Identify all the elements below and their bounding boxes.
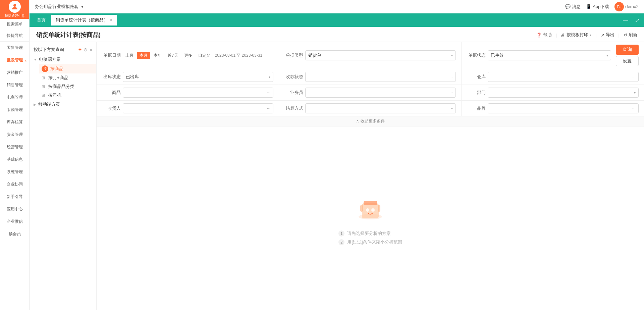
sidebar-item-finance[interactable]: 资金管理 xyxy=(0,128,29,141)
query-buttons: 查询 设置 xyxy=(616,45,639,66)
sidebar-item-retail[interactable]: 零售管理 xyxy=(0,42,29,54)
print-icon: 🖨 xyxy=(561,33,565,38)
date-label: 单据日期 xyxy=(102,52,121,58)
docstatus-select[interactable]: 已生效 ▾ xyxy=(488,50,611,60)
svg-point-5 xyxy=(371,208,375,212)
recipient-dots: ··· xyxy=(267,106,270,111)
date-btn-7days[interactable]: 近7天 xyxy=(165,52,181,59)
filter-recipient-cell: 收货人 ··· xyxy=(97,101,279,116)
tab-current-label: 销货单统计计表（按商品） xyxy=(56,17,108,23)
doctype-select[interactable]: 销货单 ▾ xyxy=(305,50,456,60)
help-btn[interactable]: ❓ 帮助 xyxy=(536,32,552,38)
empty-tip-1: 1 请先选择要分析的方案 xyxy=(338,230,402,237)
tab-home[interactable]: 首页 xyxy=(32,15,50,25)
logo-icon xyxy=(9,1,21,13)
stockstatus-select[interactable]: 已出库 ▾ xyxy=(123,72,273,82)
header-user[interactable]: Ea demo2 xyxy=(614,2,639,11)
right-area: 单据日期 上月 本月 本年 近7天 更多 自定义 2023-03-01 至 20… xyxy=(97,42,644,310)
doctype-label: 单据类型 xyxy=(284,52,303,58)
svg-point-4 xyxy=(366,208,369,212)
sidebar-item-wholesale[interactable]: 批发管理 xyxy=(0,54,29,66)
tree-item-by-goods[interactable]: 按 按商品 xyxy=(39,64,96,73)
tab-current[interactable]: 销货单统计计表（按商品） × xyxy=(51,15,117,25)
brand-label: 品牌 xyxy=(467,105,486,111)
settlement-select[interactable]: ▾ xyxy=(305,103,456,113)
breadcrumb: 办公用品行业模拟账套 ▾ xyxy=(35,4,84,10)
solution-panel-header: 按以下方案查询 + ⊙ « xyxy=(30,45,96,55)
tree-group-mobile[interactable]: ▶ 移动端方案 xyxy=(30,100,96,109)
tree-item-month-goods[interactable]: ⊞ 按月+商品 xyxy=(39,73,96,82)
message-icon: 💬 xyxy=(565,4,571,9)
expand-icon-mobile: ▶ xyxy=(34,103,36,106)
warehouse-input[interactable]: ··· xyxy=(488,72,639,82)
tree-group-pc[interactable]: ▼ 电脑端方案 xyxy=(30,55,96,64)
date-btn-lastmonth[interactable]: 上月 xyxy=(123,52,136,59)
page-content: 销货单统计计表(按商品) ❓ 帮助 | 🖨 按模板打印 ▾ | ↗ 导出 | xyxy=(30,27,644,310)
salesman-dots: ··· xyxy=(449,90,453,95)
brand-dots: ··· xyxy=(632,106,636,111)
goods-input[interactable]: ··· xyxy=(123,88,273,98)
date-btn-custom[interactable]: 自定义 xyxy=(196,52,213,59)
edit-solution-btn[interactable]: ⊙ xyxy=(84,47,88,52)
header-right: 💬 消息 📱 App下载 Ea demo2 xyxy=(565,2,639,11)
expand-icon: ▼ xyxy=(34,58,37,61)
sidebar-item-guide[interactable]: 新手引导 xyxy=(0,191,29,203)
tree-item-label-2: 按月+商品 xyxy=(48,75,68,81)
tip-2-text: 用[过滤]条件来缩小分析范围 xyxy=(347,239,402,245)
tab-maximize-btn[interactable]: ⤢ xyxy=(633,16,641,24)
print-label: 按模板打印 xyxy=(567,32,588,38)
export-btn[interactable]: ↗ 导出 xyxy=(601,32,614,38)
tab-minimize-btn[interactable]: — xyxy=(621,16,630,24)
settings-button[interactable]: 设置 xyxy=(616,56,639,66)
filter-brand-cell: 品牌 ··· xyxy=(462,101,644,116)
sidebar-item-wechat[interactable]: 企业微信 xyxy=(0,215,29,228)
collapse-panel-btn[interactable]: « xyxy=(90,47,92,52)
export-icon: ↗ xyxy=(601,33,604,38)
tree-group-mobile-label: 移动端方案 xyxy=(38,101,60,107)
sidebar-item-collab[interactable]: 企业协同 xyxy=(0,178,29,191)
sidebar: 畅捷通好生意 搜索菜单 快捷导航 零售管理 批发管理 营销推广 销售管理 电商管… xyxy=(0,0,30,310)
sidebar-item-system[interactable]: 系统管理 xyxy=(0,166,29,178)
sidebar-item-member[interactable]: 畅会员 xyxy=(0,228,29,240)
docstatus-label: 单据状态 xyxy=(467,52,486,58)
brand-input[interactable]: ··· xyxy=(488,103,639,113)
grid-icon-2: ⊞ xyxy=(42,84,45,89)
dept-select[interactable]: ▾ xyxy=(488,88,639,98)
paymentstatus-dots: ··· xyxy=(449,74,453,79)
sidebar-item-marketing[interactable]: 营销推广 xyxy=(0,66,29,79)
print-btn[interactable]: 🖨 按模板打印 ▾ xyxy=(561,32,591,38)
sidebar-item-basic[interactable]: 基础信息 xyxy=(0,153,29,166)
date-btn-thisyear[interactable]: 本年 xyxy=(151,52,164,59)
tree-item-label-4: 按司机 xyxy=(48,92,61,98)
sidebar-quicknav[interactable]: 快捷导航 xyxy=(0,30,29,42)
sidebar-item-purchase[interactable]: 采购管理 xyxy=(0,104,29,116)
tab-bar-right: — ⤢ xyxy=(621,16,641,24)
add-solution-btn[interactable]: + xyxy=(78,47,82,53)
query-button[interactable]: 查询 xyxy=(616,45,639,55)
download-icon: 📱 xyxy=(586,4,591,9)
collapse-bar[interactable]: ∧ 收起更多条件 xyxy=(97,116,644,126)
refresh-btn[interactable]: ↺ 刷新 xyxy=(624,32,637,38)
sidebar-item-appcenter[interactable]: 应用中心 xyxy=(0,203,29,215)
sidebar-item-operations[interactable]: 经营管理 xyxy=(0,141,29,153)
tree-item-driver[interactable]: ⊞ 按司机 xyxy=(39,91,96,100)
top-header: 办公用品行业模拟账套 ▾ 💬 消息 📱 App下载 Ea demo2 xyxy=(30,0,644,13)
recipient-input[interactable]: ··· xyxy=(123,103,273,113)
tree-item-category[interactable]: ⊞ 按商品品分类 xyxy=(39,82,96,91)
docstatus-arrow: ▾ xyxy=(606,54,608,57)
sidebar-item-inventory[interactable]: 库存核算 xyxy=(0,116,29,128)
tab-close-icon[interactable]: × xyxy=(110,18,112,22)
salesman-input[interactable]: ··· xyxy=(305,88,456,98)
paymentstatus-input[interactable]: ··· xyxy=(305,72,456,82)
tip-1-text: 请先选择要分析的方案 xyxy=(347,230,391,237)
sidebar-item-ecommerce[interactable]: 电商管理 xyxy=(0,91,29,104)
date-btn-thismonth[interactable]: 本月 xyxy=(137,52,150,59)
date-btn-more[interactable]: 更多 xyxy=(181,52,195,59)
sidebar-item-sales[interactable]: 销售管理 xyxy=(0,79,29,91)
filter-paymentstatus-cell: 收款状态 ··· xyxy=(279,69,462,85)
header-message[interactable]: 💬 消息 xyxy=(565,4,581,10)
collapse-text: ∧ 收起更多条件 xyxy=(356,118,384,124)
header-app-download[interactable]: 📱 App下载 xyxy=(586,4,609,10)
sidebar-search[interactable]: 搜索菜单 xyxy=(0,19,29,30)
svg-rect-3 xyxy=(364,201,377,205)
